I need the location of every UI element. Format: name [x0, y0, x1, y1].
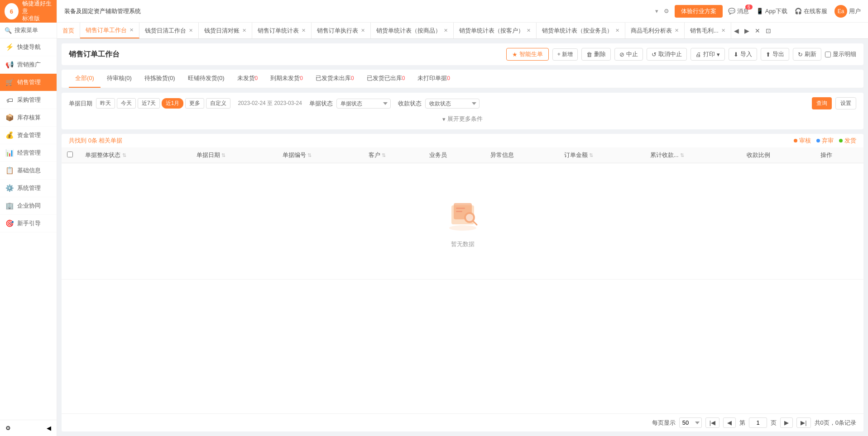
tab-shipment-staff[interactable]: 销货单统计表（按业务员） ✕ [537, 23, 625, 38]
sidebar-item-system[interactable]: ⚙️ 系统管理 [0, 180, 57, 197]
sidebar-item-guide[interactable]: 🎯 新手引导 [0, 215, 57, 232]
sub-tab-shop-pending-ship[interactable]: 旺铺待发货(0) [182, 70, 231, 88]
unaudit-button[interactable]: 弃审 [816, 137, 834, 145]
sidebar-item-marketing[interactable]: 📢 营销推广 [0, 56, 57, 74]
page-first-btn[interactable]: |◀ [705, 417, 719, 428]
tab-shipment-product[interactable]: 销货单统计表（按商品） ✕ [371, 23, 454, 38]
date-btn-7days[interactable]: 近7天 [138, 98, 160, 109]
tab-close-icon[interactable]: ✕ [302, 28, 306, 33]
sidebar-item-operation[interactable]: 📊 经营管理 [0, 144, 57, 162]
tab-daily-clear[interactable]: 钱货日清工作台 ✕ [139, 23, 199, 38]
expand-more-button[interactable]: ▾ 展开更多条件 [69, 113, 856, 125]
topbar-expand-icon[interactable]: ▾ [655, 8, 658, 14]
tab-nav-next[interactable]: ▶ [742, 23, 752, 38]
ship-icon [839, 139, 843, 142]
sub-tab-pending-check[interactable]: 待拣验货(0) [138, 70, 182, 88]
purchase-icon: 🏷 [5, 96, 14, 104]
tab-shipment-customer[interactable]: 销货单统计表（按客户） ✕ [454, 23, 537, 38]
date-btn-custom[interactable]: 自定义 [206, 98, 230, 109]
online-service-button[interactable]: 🎧 在线客服 [795, 7, 827, 15]
smart-generate-button[interactable]: ★ 智能生单 [506, 48, 549, 61]
filter-payment-label: 收款状态 [398, 100, 422, 108]
sort-icon[interactable]: ⇅ [221, 152, 225, 158]
solution-button[interactable]: 体验行业方案 [675, 5, 723, 18]
stop-button[interactable]: ⊘ 中止 [614, 48, 643, 61]
tab-sales-workbench[interactable]: 销售订单工作台 ✕ [80, 23, 139, 38]
service-icon: 🎧 [795, 8, 802, 14]
page-input[interactable] [749, 417, 767, 428]
tab-close-icon[interactable]: ✕ [721, 28, 725, 33]
page-prev-btn[interactable]: ◀ [723, 417, 736, 428]
tab-expand[interactable]: ⊡ [763, 23, 774, 38]
page-last-btn[interactable]: ▶| [796, 417, 810, 428]
date-btn-1month[interactable]: 近1月 [162, 98, 184, 109]
sort-icon[interactable]: ⇅ [680, 152, 684, 158]
show-detail-checkbox[interactable] [825, 52, 831, 57]
tab-close-all[interactable]: ✕ [752, 23, 763, 38]
user-button[interactable]: Ea 用户 [834, 5, 861, 18]
show-detail-label[interactable]: 显示明细 [825, 50, 856, 58]
sidebar-item-purchase[interactable]: 🏷 采购管理 [0, 91, 57, 109]
ship-button[interactable]: 发货 [839, 137, 856, 145]
tab-gross-profit[interactable]: 商品毛利分析表 ✕ [625, 23, 685, 38]
tab-home[interactable]: 首页 [57, 23, 80, 38]
finance-icon: 💰 [5, 131, 14, 139]
sub-tab-unprinted[interactable]: 未打印单据0 [411, 70, 456, 88]
date-btn-more[interactable]: 更多 [185, 98, 204, 109]
tab-close-icon[interactable]: ✕ [242, 28, 246, 33]
sort-icon[interactable]: ⇅ [382, 152, 386, 158]
collapse-icon[interactable]: ◀ [47, 425, 51, 431]
sub-tab-shipped-outbound[interactable]: 已发货已出库0 [360, 70, 412, 88]
sidebar-item-corp[interactable]: 🏢 企业协同 [0, 197, 57, 215]
sub-tab-unshipped[interactable]: 未发货0 [231, 70, 264, 88]
select-all-checkbox[interactable] [67, 152, 73, 157]
audit-button[interactable]: 审核 [794, 137, 811, 145]
sub-tab-all[interactable]: 全部(0) [69, 70, 101, 88]
add-button[interactable]: + 新增 [552, 48, 578, 61]
filter-settings-button[interactable]: 设置 [835, 97, 856, 109]
sidebar-item-sales[interactable]: 🛒 销售管理 [0, 74, 57, 91]
tab-sales-exec[interactable]: 销售订单执行表 ✕ [312, 23, 371, 38]
print-button[interactable]: 🖨 打印 ▾ [691, 48, 725, 61]
sidebar-search[interactable]: 🔍 搜索菜单 [0, 23, 57, 38]
tab-sales-gross[interactable]: 销售毛利... ✕ [685, 23, 731, 38]
refresh-button[interactable]: ↻ 刷新 [793, 48, 821, 61]
page-label: 第 [739, 419, 745, 427]
delete-button[interactable]: 🗑 删除 [581, 48, 611, 61]
date-btn-today[interactable]: 今天 [117, 98, 136, 109]
sidebar-item-finance[interactable]: 💰 资金管理 [0, 127, 57, 144]
tab-close-icon[interactable]: ✕ [189, 28, 193, 33]
sub-tab-shipped-no-outbound[interactable]: 已发货未出库0 [309, 70, 360, 88]
tab-close-icon[interactable]: ✕ [527, 28, 531, 33]
cancel-stop-button[interactable]: ↺ 取消中止 [647, 48, 687, 61]
filter-payment-select[interactable]: 收款状态 [425, 99, 480, 109]
sub-tab-overdue-unshipped[interactable]: 到期未发货0 [264, 70, 309, 88]
tab-close-icon[interactable]: ✕ [615, 28, 619, 33]
tab-daily-reconcile[interactable]: 钱货日清对账 ✕ [199, 23, 252, 38]
tab-close-icon[interactable]: ✕ [129, 27, 134, 33]
topbar-gear-icon[interactable]: ⚙ [664, 8, 669, 14]
import-button[interactable]: ⬇ 导入 [729, 48, 757, 61]
date-btn-yesterday[interactable]: 昨天 [96, 98, 115, 109]
filter-status-select[interactable]: 单据状态 [336, 99, 391, 109]
sidebar-item-basic[interactable]: 📋 基础信息 [0, 162, 57, 180]
sidebar-item-inventory[interactable]: 📦 库存核算 [0, 109, 57, 127]
sort-icon[interactable]: ⇅ [307, 152, 312, 158]
per-page-select[interactable]: 50 10 20 100 [679, 417, 702, 428]
tab-sales-stat[interactable]: 销售订单统计表 ✕ [252, 23, 312, 38]
tab-close-icon[interactable]: ✕ [444, 28, 448, 33]
sidebar-item-quicknav[interactable]: ⚡ 快捷导航 [0, 38, 57, 56]
settings-icon[interactable]: ⚙ [5, 425, 11, 431]
tab-close-icon[interactable]: ✕ [675, 28, 679, 33]
export-button[interactable]: ⬆ 导出 [761, 48, 789, 61]
unaudit-icon [816, 139, 820, 142]
tab-nav-prev[interactable]: ◀ [731, 23, 742, 38]
sort-icon[interactable]: ⇅ [589, 152, 593, 158]
sort-icon[interactable]: ⇅ [122, 152, 126, 158]
page-next-btn[interactable]: ▶ [780, 417, 793, 428]
sub-tab-pending-review[interactable]: 待审核(0) [101, 70, 138, 88]
query-button[interactable]: 查询 [812, 97, 832, 109]
app-download-button[interactable]: 📱 App下载 [756, 7, 787, 15]
tab-close-icon[interactable]: ✕ [361, 28, 365, 33]
message-button[interactable]: 💬 消息 6 [728, 7, 749, 15]
